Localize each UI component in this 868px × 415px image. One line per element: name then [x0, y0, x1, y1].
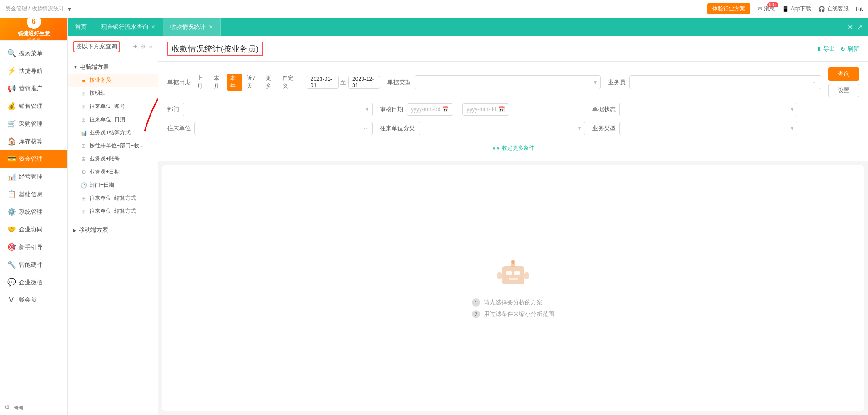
counterparty-classify-select[interactable]: ▾ [419, 122, 585, 135]
date-tab-more[interactable]: 更多 [263, 74, 278, 91]
staff-label: 业务员 [608, 78, 626, 86]
sidebar-item-marketing[interactable]: 📢 营销推广 [0, 80, 67, 97]
sidebar-item-wechat[interactable]: 💬 企业微信 [0, 274, 67, 291]
refresh-btn[interactable]: ↻ 刷新 [840, 45, 859, 53]
hint-2: 2 用过滤条件来缩小分析范围 [472, 310, 554, 318]
header-left: 资金管理 / 收款情况统计 ▾ [5, 5, 71, 13]
review-from-input[interactable]: yyyy-mm-dd 📅 [407, 103, 453, 116]
desktop-group-title[interactable]: ▼ 电脑端方案 [68, 60, 158, 74]
sidebar-item-hardware[interactable]: 🔧 智能硬件 [0, 256, 67, 274]
staff-select[interactable]: ··· [629, 75, 821, 89]
scheme-staff-date[interactable]: ⚙ 业务员+日期 [68, 165, 158, 179]
sidebar-item-system[interactable]: ⚙️ 系统管理 [0, 203, 67, 221]
scheme-unit-dept-recv[interactable]: ⊞ 按往来单位+部门+收... [68, 139, 158, 152]
collapse-panel-btn[interactable]: « [149, 43, 152, 50]
tab-receipt[interactable]: 收款情况统计 ✕ [163, 18, 221, 36]
scheme-staff-settle[interactable]: 📊 业务员+结算方式 [68, 126, 158, 139]
collapse-bar[interactable]: ∧∧ 收起更多条件 [167, 141, 859, 156]
staff-date-icon: ⚙ [80, 169, 87, 175]
header-right: 体验行业方案 ✉ 消息 99+ 📱 App下载 🎧 在线客服 Rit [707, 3, 863, 14]
app-download-btn[interactable]: 📱 App下载 [782, 5, 811, 13]
doc-status-select[interactable]: ▾ [619, 103, 797, 116]
title-actions: ⬆ 导出 ↻ 刷新 [816, 45, 859, 53]
scheme-unit-account[interactable]: ⊞ 往来单位+账号 [68, 100, 158, 113]
biz-type-select[interactable]: ▾ [619, 122, 797, 135]
calendar-icon-2: 📅 [498, 106, 505, 113]
staff-more-icon[interactable]: ··· [812, 79, 817, 85]
headset-icon: 🎧 [818, 6, 825, 12]
svg-rect-5 [511, 263, 515, 267]
tab-home[interactable]: 首页 [68, 23, 94, 31]
calendar-icon: 📅 [442, 106, 449, 113]
online-service-btn[interactable]: 🎧 在线客服 [818, 5, 849, 13]
user-name[interactable]: Rit [856, 6, 863, 12]
sidebar-item-corp[interactable]: 🤝 企业协同 [0, 221, 67, 238]
panel-title-box: 按以下方案查询 [73, 41, 120, 52]
date-tab-last-month[interactable]: 上月 [194, 74, 209, 91]
scheme-dept-date[interactable]: 🕐 部门+日期 [68, 179, 158, 192]
scheme-by-detail[interactable]: ⊞ 按明细 [68, 87, 158, 100]
settings-footer-icon[interactable]: ⚙ [5, 404, 10, 410]
maximize-icon[interactable]: ⤢ [857, 23, 863, 32]
trial-button[interactable]: 体验行业方案 [707, 3, 750, 14]
query-button[interactable]: 查询 [828, 67, 859, 81]
chevron-down-icon: ▼ [73, 65, 78, 70]
breadcrumb: 资金管理 / 收款情况统计 [5, 5, 64, 13]
date-tab-this-month[interactable]: 本月 [211, 74, 226, 91]
sidebar-item-member[interactable]: V 畅会员 [0, 291, 67, 308]
tab-bank[interactable]: 现金银行流水查询 ✕ [94, 18, 163, 36]
messages-btn[interactable]: ✉ 消息 99+ [758, 5, 775, 13]
review-to-input[interactable]: yyyy-mm-dd 📅 [462, 103, 509, 116]
add-scheme-btn[interactable]: + [133, 42, 137, 51]
sidebar-item-purchase[interactable]: 🛒 采购管理 [0, 115, 67, 132]
marketing-icon: 📢 [7, 84, 15, 93]
dept-select[interactable]: ▾ [183, 103, 373, 116]
date-to-input[interactable]: 2023-12-31 [348, 76, 380, 89]
sidebar-item-inventory[interactable]: 🏠 库存核算 [0, 132, 67, 150]
scheme-unit-settle1[interactable]: ⊞ 往来单位+结算方式 [68, 192, 158, 205]
date-tabs: 上月 本月 本年 近7天 更多 自定义 [194, 74, 299, 91]
scheme-unit-settle2[interactable]: ⊞ 往来单位+结算方式 [68, 205, 158, 218]
refresh-icon: ↻ [840, 46, 845, 52]
sidebar-item-quicknav[interactable]: ⚡ 快捷导航 [0, 62, 67, 80]
sidebar-item-finance[interactable]: 💳 资金管理 [0, 150, 67, 168]
collapse-sidebar-icon[interactable]: ◀◀ [14, 404, 23, 410]
sidebar-item-search[interactable]: 🔍 搜索菜单 [0, 44, 67, 62]
sidebar-nav: 🔍 搜索菜单 ⚡ 快捷导航 📢 营销推广 💰 销售管理 🛒 采购管理 🏠 [0, 41, 67, 399]
search-icon: 🔍 [7, 49, 15, 57]
date-tab-7days[interactable]: 近7天 [244, 74, 261, 91]
logo-text: 畅捷通好生意 [18, 30, 50, 38]
hint-num-2: 2 [472, 310, 480, 318]
scheme-staff-account[interactable]: ⊞ 业务员+账号 [68, 152, 158, 165]
svg-rect-7 [497, 272, 502, 279]
right-panel: 收款情况统计(按业务员) ⬆ 导出 ↻ 刷新 [158, 36, 868, 415]
dept-filter: 部门 ▾ [167, 103, 373, 116]
tab-receipt-close[interactable]: ✕ [208, 24, 213, 30]
settings-button[interactable]: 设置 [828, 84, 859, 97]
tab-bank-close[interactable]: ✕ [151, 24, 156, 30]
date-tab-custom[interactable]: 自定义 [280, 74, 299, 91]
date-from-input[interactable]: 2023-01-01 [307, 76, 339, 89]
scheme-by-staff[interactable]: ● 按业务员 [68, 74, 158, 87]
mobile-group-title[interactable]: ▶ 移动端方案 [68, 223, 158, 237]
export-btn[interactable]: ⬆ 导出 [816, 45, 835, 53]
sidebar-item-guide[interactable]: 🎯 新手引导 [0, 238, 67, 256]
header-gear-icon[interactable]: ▾ [68, 5, 71, 13]
phone-icon: 📱 [782, 6, 789, 12]
tab-bar: 首页 现金银行流水查询 ✕ 收款情况统计 ✕ ✕ ⤢ [68, 18, 868, 36]
sidebar-item-operation[interactable]: 📊 经营管理 [0, 168, 67, 185]
doc-status-label: 单据状态 [592, 105, 616, 113]
counterparty-filter: 往来单位 ··· [167, 122, 373, 135]
date-tab-this-year[interactable]: 本年 [227, 74, 242, 91]
left-panel: 按以下方案查询 + ⚙ « ▼ 电脑端方案 ● [68, 36, 158, 415]
doc-type-select[interactable]: ▾ [415, 75, 600, 89]
counterparty-more-icon[interactable]: ··· [364, 125, 368, 132]
scheme-unit-date[interactable]: ⊞ 往来单位+日期 [68, 113, 158, 126]
sidebar-item-basic[interactable]: 📋 基础信息 [0, 185, 67, 203]
close-window-icon[interactable]: ✕ [847, 23, 853, 32]
sidebar-item-sales[interactable]: 💰 销售管理 [0, 97, 67, 115]
doc-status-filter: 单据状态 ▾ [592, 103, 797, 116]
tab-window-buttons: ✕ ⤢ [842, 23, 868, 32]
scheme-settings-btn[interactable]: ⚙ [140, 43, 146, 50]
counterparty-input[interactable]: ··· [194, 122, 373, 135]
